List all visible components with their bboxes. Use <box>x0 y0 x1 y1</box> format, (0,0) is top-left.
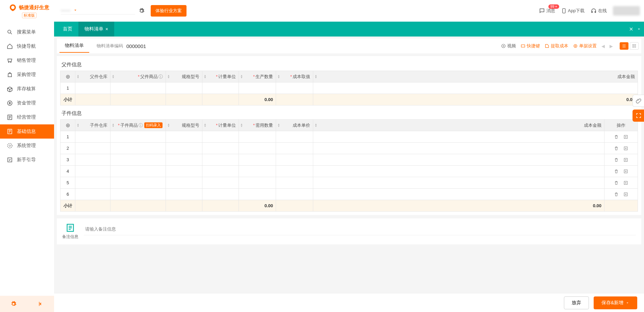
cell-unit-cost[interactable] <box>276 154 313 165</box>
col-required-qty[interactable]: ▲▼需用数量 <box>239 120 276 131</box>
cell-child-product[interactable] <box>110 166 166 177</box>
column-settings-button[interactable] <box>60 120 75 131</box>
cell-unit[interactable] <box>202 189 239 200</box>
cell-child-warehouse[interactable] <box>75 177 110 188</box>
cell-child-warehouse[interactable] <box>75 131 110 142</box>
close-all-tabs-button[interactable] <box>628 26 634 32</box>
cell-child-warehouse[interactable] <box>75 143 110 154</box>
cell-spec[interactable] <box>166 177 202 188</box>
cell-spec[interactable] <box>166 131 202 142</box>
sidebar-item-basic-info[interactable]: 基础信息 <box>0 124 54 139</box>
delete-row-button[interactable] <box>614 169 619 174</box>
delete-row-button[interactable] <box>614 192 619 197</box>
account-selector[interactable]: —— <box>61 7 135 15</box>
cell-spec[interactable] <box>166 166 202 177</box>
col-parent-product[interactable]: ▲▼父件商品ⓘ <box>110 71 166 82</box>
col-produce-qty[interactable]: ▲▼生产数量 <box>239 71 276 82</box>
cell-cost-amount[interactable] <box>313 166 604 177</box>
account-settings-button[interactable] <box>139 8 145 14</box>
child-table-row[interactable]: 6 <box>60 189 638 200</box>
child-table-row[interactable]: 3 <box>60 154 638 166</box>
cell-child-product[interactable] <box>110 143 166 154</box>
online-service-button[interactable]: 在线 <box>591 8 607 14</box>
attachment-button[interactable] <box>633 95 644 107</box>
child-table-row[interactable]: 2 <box>60 143 638 154</box>
messages-button[interactable]: 消息 99 + <box>539 8 555 14</box>
cell-child-product[interactable] <box>110 177 166 188</box>
cell-unit[interactable] <box>202 82 239 94</box>
child-table-row[interactable]: 4 <box>60 166 638 177</box>
cell-unit-cost[interactable] <box>276 189 313 200</box>
child-table-row[interactable]: 1 <box>60 131 638 143</box>
cell-qty[interactable] <box>239 154 276 165</box>
scan-entry-badge[interactable]: 扫码录入 <box>144 122 163 128</box>
add-row-button[interactable] <box>623 181 628 185</box>
try-industry-button[interactable]: 体验行业方案 <box>151 5 187 17</box>
sidebar-item-purchase[interactable]: 采购管理 <box>0 68 54 82</box>
cell-qty[interactable] <box>239 131 276 142</box>
sidebar-item-inventory[interactable]: 库存核算 <box>0 82 54 96</box>
cell-unit-cost[interactable] <box>276 166 313 177</box>
cell-qty[interactable] <box>239 82 276 94</box>
cell-parent-warehouse[interactable] <box>75 82 110 94</box>
cell-cost-amount[interactable] <box>313 177 604 188</box>
cell-cost-amount[interactable] <box>313 131 604 142</box>
cell-child-warehouse[interactable] <box>75 166 110 177</box>
fullscreen-button[interactable] <box>633 110 644 122</box>
cell-qty[interactable] <box>239 189 276 200</box>
col-spec[interactable]: ▲▼规格型号 <box>166 71 202 82</box>
cell-qty[interactable] <box>239 166 276 177</box>
cell-unit[interactable] <box>202 131 239 142</box>
cell-spec[interactable] <box>166 154 202 165</box>
video-help-button[interactable]: 视频 <box>501 43 516 49</box>
delete-row-button[interactable] <box>614 158 619 162</box>
col-child-warehouse[interactable]: ▲▼子件仓库 <box>75 120 110 131</box>
col-cost-amount[interactable]: ▲▼成本金额 <box>313 71 638 82</box>
tab-close-icon[interactable]: × <box>105 26 108 32</box>
view-list-button[interactable] <box>620 42 628 50</box>
delete-row-button[interactable] <box>614 181 619 185</box>
cell-qty[interactable] <box>239 143 276 154</box>
column-settings-button[interactable] <box>60 71 75 82</box>
sidebar-item-funds[interactable]: 资金管理 <box>0 96 54 110</box>
cell-unit-cost[interactable] <box>276 131 313 142</box>
cell-cost-amount[interactable] <box>313 143 604 154</box>
cell-child-warehouse[interactable] <box>75 189 110 200</box>
extract-cost-button[interactable]: 提取成本 <box>545 43 568 49</box>
col-unit-cost[interactable]: ▲▼成本单价 <box>276 120 313 131</box>
cell-spec[interactable] <box>166 143 202 154</box>
view-card-button[interactable] <box>630 42 639 50</box>
add-row-button[interactable] <box>623 135 628 139</box>
add-row-button[interactable] <box>623 146 628 151</box>
cell-unit[interactable] <box>202 154 239 165</box>
cell-child-warehouse[interactable] <box>75 154 110 165</box>
cell-parent-product[interactable] <box>110 82 166 94</box>
cell-child-product[interactable] <box>110 154 166 165</box>
sidebar-item-operations[interactable]: 经营管理 <box>0 110 54 124</box>
cell-child-product[interactable] <box>110 131 166 142</box>
cell-cost-source[interactable] <box>276 82 313 94</box>
remark-input[interactable] <box>84 223 636 235</box>
cell-unit[interactable] <box>202 166 239 177</box>
delete-row-button[interactable] <box>614 135 619 139</box>
col-unit[interactable]: ▲▼计量单位 <box>202 120 239 131</box>
add-row-button[interactable] <box>623 192 628 197</box>
tab-home[interactable]: 首页 <box>57 22 78 37</box>
sidebar-settings-button[interactable] <box>10 301 17 307</box>
cell-unit[interactable] <box>202 143 239 154</box>
parent-table-row[interactable]: 1 <box>60 82 638 94</box>
col-child-product[interactable]: ▲▼子件商品ⓘ扫码录入 <box>110 120 166 131</box>
sidebar-item-search[interactable]: 搜索菜单 <box>0 25 54 39</box>
user-avatar[interactable] <box>613 6 640 16</box>
sidebar-item-guide[interactable]: 新手引导 <box>0 153 54 167</box>
col-cost-source[interactable]: ▲▼成本取值 <box>276 71 313 82</box>
delete-row-button[interactable] <box>614 146 619 151</box>
doc-settings-button[interactable]: 单据设置 <box>573 43 597 49</box>
col-spec[interactable]: ▲▼规格型号 <box>166 120 202 131</box>
cell-unit[interactable] <box>202 177 239 188</box>
cell-unit-cost[interactable] <box>276 177 313 188</box>
sidebar-item-sales[interactable]: 销售管理 <box>0 53 54 68</box>
cell-spec[interactable] <box>166 189 202 200</box>
cell-unit-cost[interactable] <box>276 143 313 154</box>
cell-qty[interactable] <box>239 177 276 188</box>
